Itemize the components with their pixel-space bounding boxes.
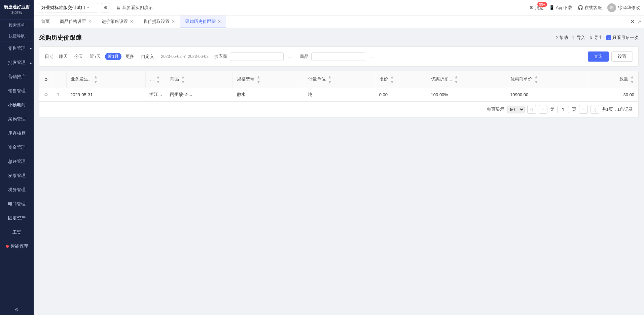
col-settings[interactable]: ⚙ — [39, 71, 53, 88]
tab-history-price[interactable]: 采购历史价跟踪 ✕ — [180, 15, 226, 28]
date-range-display: 2023-05-02 至 2023-06-02 — [161, 54, 208, 60]
sidebar-item-invoice[interactable]: 发票管理 — [0, 169, 34, 183]
sidebar-item-sales[interactable]: 销售管理 — [0, 84, 34, 98]
settings-button[interactable]: 设置 — [611, 51, 633, 62]
sidebar-item-sales-label: 销售管理 — [8, 88, 26, 94]
tab-sale-price-close-icon[interactable]: ✕ — [172, 19, 175, 24]
page-first-button[interactable]: ⟨⟨ — [527, 105, 536, 114]
date-opt-more[interactable]: 更多 — [123, 53, 137, 60]
sidebar-item-inventory-label: 库存核算 — [8, 130, 26, 136]
tab-price[interactable]: 商品价格设置 ✕ — [55, 15, 96, 28]
sidebar-search[interactable]: 搜索菜单 — [0, 20, 34, 31]
data-table-card: ⚙ 业务发生... ▲▼ … ▲▼ 商品 ▲▼ — [39, 71, 639, 117]
row-unit-cell: 吨 — [304, 88, 375, 101]
app-download-label: App下载 — [556, 5, 572, 11]
col-quantity[interactable]: 数量 ▲▼ — [587, 71, 638, 88]
sidebar-settings-button[interactable]: ⚙ — [0, 305, 34, 315]
col-product[interactable]: 商品 ▲▼ — [166, 71, 233, 88]
sidebar-item-wholesale[interactable]: 批发管理 ▴ — [0, 56, 34, 70]
col-biz-date-label: 业务发生... — [71, 76, 92, 81]
tab-strategy-close-icon[interactable]: ✕ — [130, 19, 133, 24]
sidebar-item-purchase-label: 采购管理 — [8, 116, 26, 122]
sidebar-item-smart[interactable]: 智能管理 — [0, 239, 34, 253]
sidebar-item-ledger[interactable]: 总账管理 — [0, 154, 34, 169]
col-more[interactable]: … ▲▼ — [145, 71, 166, 88]
table-body: ⚙ 1 2023-05-31 浙江... 丙烯酸-2-... 散水 吨 0.00… — [39, 88, 638, 101]
page-next-button[interactable]: ＞ — [579, 105, 588, 114]
app-logo-line2: 标准版 — [4, 10, 30, 15]
topbar-settings-button[interactable]: ⚙ — [101, 3, 110, 12]
product-more-icon[interactable]: … — [368, 54, 376, 60]
supplier-more-icon[interactable]: … — [286, 54, 294, 60]
tab-strategy[interactable]: 进价策略设置 ✕ — [97, 15, 138, 28]
col-pre-disc-price[interactable]: 优惠前单价 ▲▼ — [506, 71, 587, 88]
date-opt-yesterday[interactable]: 昨天 — [56, 53, 70, 60]
app-download-icon: 📱 — [549, 5, 554, 10]
import-button[interactable]: ⇧ 导入 — [571, 35, 585, 41]
col-discount[interactable]: 优惠折扣... ▲▼ — [427, 71, 506, 88]
data-table: ⚙ 业务发生... ▲▼ … ▲▼ 商品 ▲▼ — [39, 71, 638, 101]
filter-card: 日期 昨天 今天 近7天 近1月 更多 自定义 2023-05-02 至 202… — [39, 46, 639, 67]
export-label: 导出 — [594, 35, 603, 41]
col-biz-date[interactable]: 业务发生... ▲▼ — [66, 71, 145, 88]
sidebar-item-tax[interactable]: 税务管理 — [0, 183, 34, 197]
col-spec[interactable]: 规格型号 ▲▼ — [233, 71, 304, 88]
per-page-select[interactable]: 50 100 200 — [507, 106, 525, 113]
only-last-checkbox-group[interactable]: ✓ 只看最后一次 — [606, 35, 639, 41]
sidebar-item-finance[interactable]: 资金管理 — [0, 140, 34, 154]
date-opt-today[interactable]: 今天 — [72, 53, 86, 60]
col-unit[interactable]: 计量单位 ▲▼ — [304, 71, 375, 88]
tab-sale-price[interactable]: 售价提取设置 ✕ — [139, 15, 180, 28]
tab-close-all-icon[interactable]: ✕ — [630, 19, 635, 25]
page-unit: 页 — [572, 106, 576, 112]
date-opt-last1m[interactable]: 近1月 — [105, 53, 121, 60]
tab-expand-icon[interactable]: ⤢ — [637, 19, 641, 25]
export-button[interactable]: ⇩ 导出 — [589, 35, 603, 41]
demo-button[interactable]: 🖥 我要看实例演示 — [116, 5, 153, 11]
page-last-button[interactable]: ⟩⟩ — [591, 105, 599, 114]
sidebar-item-salary-label: 工资 — [12, 229, 21, 235]
sidebar-item-salary[interactable]: 工资 — [0, 225, 34, 239]
sidebar-item-inventory[interactable]: 库存核算 — [0, 126, 34, 140]
sidebar-item-assets[interactable]: 固定资产 — [0, 211, 34, 225]
sidebar-item-assets-label: 固定资产 — [8, 215, 26, 221]
col-unit-label: 计量单位 — [308, 76, 326, 81]
sidebar-item-retail[interactable]: 零售管理 ▾ — [0, 41, 34, 56]
page-prev-button[interactable]: ＜ — [539, 105, 547, 114]
topbar: 好业财标准版交付试用 ▾ ⚙ 🖥 我要看实例演示 ✉ 消息 99+ 📱 App下… — [34, 0, 644, 15]
export-icon: ⇩ — [589, 35, 593, 40]
row-settings-cell[interactable]: ⚙ — [39, 88, 53, 101]
app-logo-line1: 畅捷通好业财 — [4, 4, 30, 10]
module-selector[interactable]: 好业财标准版交付试用 ▾ — [38, 3, 98, 12]
date-opt-custom[interactable]: 自定义 — [138, 53, 157, 60]
date-opt-last7[interactable]: 近7天 — [87, 53, 104, 60]
product-input[interactable] — [311, 53, 365, 61]
supplier-input[interactable] — [230, 53, 284, 61]
sidebar-item-ecom[interactable]: 电商管理 — [0, 197, 34, 211]
tab-strategy-label: 进价策略设置 — [102, 19, 128, 25]
only-last-checkbox[interactable]: ✓ — [606, 35, 611, 40]
help-button[interactable]: ? 帮助 — [556, 35, 568, 41]
sidebar-item-purchase[interactable]: 采购管理 — [0, 112, 34, 126]
smart-dot-icon — [6, 245, 9, 248]
date-filter-label: 日期 — [45, 54, 53, 60]
help-label: 帮助 — [559, 35, 568, 41]
app-download-button[interactable]: 📱 App下载 — [549, 5, 572, 11]
tab-price-label: 商品价格设置 — [60, 19, 86, 25]
support-button[interactable]: 🎧 在线客服 — [578, 5, 602, 11]
header-actions: ? 帮助 ⇧ 导入 ⇩ 导出 ✓ 只看最后一次 — [556, 35, 639, 41]
sidebar-quick-nav[interactable]: 快捷导航 — [0, 31, 34, 41]
message-button[interactable]: ✉ 消息 99+ — [530, 5, 544, 11]
tab-home[interactable]: 首页 — [36, 15, 55, 28]
page-number-input[interactable] — [557, 106, 569, 113]
user-avatar: 徐 — [607, 3, 616, 12]
sidebar-item-ecom-mini[interactable]: 小畅电商 — [0, 98, 34, 112]
tab-price-close-icon[interactable]: ✕ — [88, 19, 92, 24]
user-menu-button[interactable]: 徐 徐泽华修改 — [607, 3, 640, 12]
col-price[interactable]: 报价 ▲▼ — [375, 71, 427, 88]
sidebar-item-marketing[interactable]: 营销推广 — [0, 70, 34, 84]
col-price-label: 报价 — [379, 76, 388, 81]
user-name: 徐泽华修改 — [618, 5, 640, 11]
tab-history-price-close-icon[interactable]: ✕ — [218, 19, 221, 24]
query-button[interactable]: 查询 — [588, 51, 609, 62]
